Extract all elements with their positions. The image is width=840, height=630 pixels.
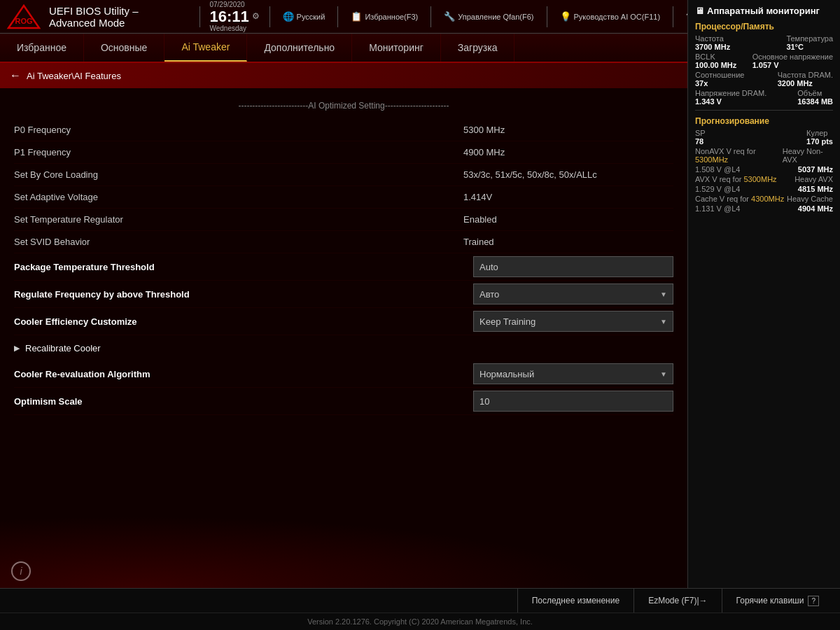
nav-main[interactable]: Основные <box>84 34 164 62</box>
nav-advanced-label: Дополнительно <box>264 42 335 53</box>
freq-label: Частота <box>695 34 730 43</box>
top-divider2 <box>270 6 270 27</box>
p0-freq-value: 5300 MHz <box>463 125 673 135</box>
app-title: UEFI BIOS Utility – Advanced Mode <box>49 5 184 29</box>
setting-svid-behavior: Set SVID Behavior Trained <box>14 231 673 253</box>
regulate-freq-arrow: ▼ <box>660 290 667 298</box>
cooler-eff-arrow: ▼ <box>660 318 667 326</box>
nonavx-v-label: 1.508 V @L4 <box>695 165 740 174</box>
base-v-label: Основное напряжение <box>752 52 833 61</box>
cooler-eff-select[interactable]: Keep Training ▼ <box>473 311 673 332</box>
nav-favorites[interactable]: Избранное <box>0 34 84 62</box>
gear-icon[interactable]: ⚙ <box>252 11 260 21</box>
cache-v-label: 1.131 V @L4 <box>695 204 740 213</box>
hw-row-freq-temp: Частота 3700 MHz Температура 31°C <box>695 34 833 51</box>
nav-monitor[interactable]: Мониторинг <box>352 34 441 62</box>
breadcrumb-bar: ← Ai Tweaker\AI Features <box>0 63 687 88</box>
hw-divider <box>695 110 833 111</box>
qfan-button[interactable]: 🔧 Управление Qfan(F6) <box>444 11 533 22</box>
favorites-button[interactable]: 📋 Избранное(F3) <box>351 11 418 22</box>
setting-p1-freq: P1 Frequency 4900 MHz <box>14 141 673 164</box>
cpu-mem-title: Процессор/Память <box>695 22 833 31</box>
qfan-icon: 🔧 <box>444 11 455 22</box>
bottom-bar: Последнее изменение EzMode (F7)|→ Горячи… <box>0 588 840 630</box>
avx-label: AVX V req for 5300MHz <box>695 175 777 183</box>
main-content: ← Ai Tweaker\AI Features ---------------… <box>0 63 687 588</box>
nonavx-freq-value: 5037 MHz <box>798 165 833 174</box>
recalibrate-row[interactable]: ▶ Recalibrate Cooler <box>14 335 673 360</box>
nav-favorites-label: Избранное <box>17 42 66 53</box>
temp-label: Температура <box>786 34 833 43</box>
p1-freq-label: P1 Frequency <box>14 147 463 158</box>
core-loading-label: Set By Core Loading <box>14 169 463 180</box>
dram-v-value: 1.343 V <box>695 97 766 106</box>
mem-size-label: Объём <box>797 89 833 97</box>
expand-arrow-icon: ▶ <box>14 344 20 353</box>
p1-freq-value: 4900 MHz <box>463 147 673 158</box>
hw-row-nonavx1: NonAVX V req for 5300MHz Heavy Non-AVX <box>695 147 833 164</box>
cooler-algo-value: Нормальный <box>479 369 534 379</box>
datetime-block: 07/29/2020 16:11 ⚙ Wednesday <box>209 1 259 33</box>
nonavx-label: NonAVX V req for 5300MHz <box>695 147 783 164</box>
rog-logo: ROG <box>6 4 42 29</box>
last-change-label: Последнее изменение <box>532 596 620 606</box>
regulate-freq-select[interactable]: Авто ▼ <box>473 284 673 304</box>
mem-size-value: 16384 MB <box>797 97 833 106</box>
nav-boot[interactable]: Загрузка <box>441 34 515 62</box>
hw-row-avx1: AVX V req for 5300MHz Heavy AVX <box>695 175 833 183</box>
base-v-value: 1.057 V <box>752 61 833 69</box>
hw-row-dram-v: Напряжение DRAM. 1.343 V Объём 16384 MB <box>695 89 833 106</box>
heavy-avx-label: Heavy AVX <box>794 175 833 183</box>
svid-value: Trained <box>463 237 673 247</box>
favorites-label: Избранное(F3) <box>365 13 418 21</box>
svg-text:ROG: ROG <box>15 17 32 25</box>
dram-freq-label: Частота DRAM. <box>778 71 833 79</box>
qfan-label: Управление Qfan(F6) <box>458 13 533 21</box>
nav-advanced[interactable]: Дополнительно <box>247 34 352 62</box>
setting-p0-freq: P0 Frequency 5300 MHz <box>14 119 673 141</box>
back-button[interactable]: ← <box>10 69 21 82</box>
setting-cooler-algo: Cooler Re-evaluation Algorithm Нормальны… <box>14 360 673 388</box>
temp-reg-value: Enabled <box>463 214 673 225</box>
right-panel: 🖥 Аппаратный мониторинг Процессор/Память… <box>687 0 840 602</box>
svid-label: Set SVID Behavior <box>14 237 463 247</box>
ai-oc-button[interactable]: 💡 Руководство AI OC(F11) <box>560 11 661 22</box>
info-icon: i <box>20 566 22 577</box>
ratio-label: Соотношение <box>695 71 744 79</box>
hw-row-avx2: 1.529 V @L4 4815 MHz <box>695 185 833 193</box>
settings-area: -------------------------AI Optimized Se… <box>0 88 687 422</box>
temp-value: 31°C <box>786 43 833 51</box>
bclk-value: 100.00 MHz <box>695 61 736 69</box>
dram-v-label: Напряжение DRAM. <box>695 89 766 97</box>
top-divider <box>200 6 200 27</box>
optimism-scale-input[interactable] <box>473 391 673 412</box>
recalibrate-label: Recalibrate Cooler <box>25 343 101 354</box>
ez-mode-label: EzMode (F7)|→ <box>648 596 707 606</box>
last-change-button[interactable]: Последнее изменение <box>517 589 634 612</box>
cooler-algo-select[interactable]: Нормальный ▼ <box>473 363 673 384</box>
monitor-icon: 🖥 <box>695 6 704 16</box>
hotkeys-icon: ? <box>808 596 819 606</box>
hw-monitor-title: 🖥 Аппаратный мониторинг <box>695 6 833 16</box>
hotkeys-label: Горячие клавиши <box>736 596 804 606</box>
setting-pkg-temp: Package Temperature Threshold <box>14 253 673 281</box>
regulate-freq-label: Regulate Frequency by above Threshold <box>14 289 473 300</box>
lang-button[interactable]: 🌐 Русский <box>283 11 326 22</box>
setting-regulate-freq: Regulate Frequency by above Threshold Ав… <box>14 281 673 308</box>
nav-ai-tweaker[interactable]: Ai Tweaker <box>164 34 247 62</box>
nav-boot-label: Загрузка <box>458 42 498 53</box>
sp-value: 78 <box>695 137 706 146</box>
avx-freq-value: 4815 MHz <box>798 185 833 193</box>
bottom-top: Последнее изменение EzMode (F7)|→ Горячи… <box>0 589 840 613</box>
setting-optimism-scale: Optimism Scale <box>14 388 673 415</box>
pkg-temp-input[interactable] <box>473 256 673 277</box>
cooler-eff-label: Cooler Efficiency Customize <box>14 316 473 327</box>
sp-label: SP <box>695 129 706 137</box>
setting-adaptive-voltage: Set Adaptive Voltage 1.414V <box>14 186 673 209</box>
hw-row-sp: SP 78 Кулер 170 pts <box>695 129 833 146</box>
action-divider4 <box>673 6 673 27</box>
setting-temp-regulator: Set Temperature Regulator Enabled <box>14 209 673 231</box>
ez-mode-button[interactable]: EzMode (F7)|→ <box>634 589 721 612</box>
hotkeys-button[interactable]: Горячие клавиши ? <box>722 589 833 612</box>
info-button[interactable]: i <box>11 561 31 581</box>
